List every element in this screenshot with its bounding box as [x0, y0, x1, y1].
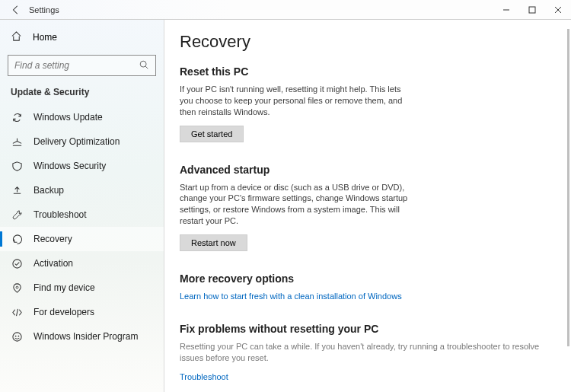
sidebar-item-label: For developers	[33, 307, 94, 317]
svg-point-6	[12, 259, 21, 267]
svg-point-9	[14, 335, 16, 336]
delivery-icon	[11, 135, 23, 148]
search-input[interactable]	[8, 55, 156, 76]
section-advanced-startup: Advanced startup Start up from a device …	[180, 164, 556, 251]
window-title: Settings	[29, 5, 59, 14]
sidebar-item-windows-insider[interactable]: Windows Insider Program	[0, 324, 164, 349]
sidebar-item-label: Windows Insider Program	[33, 331, 138, 342]
sidebar-item-label: Delivery Optimization	[33, 136, 120, 147]
reset-pc-title: Reset this PC	[180, 65, 556, 78]
sidebar-item-label: Windows Security	[33, 161, 106, 171]
section-reset-pc: Reset this PC If your PC isn't running w…	[180, 65, 556, 142]
sidebar-item-label: Recovery	[33, 234, 72, 244]
svg-rect-1	[529, 7, 535, 13]
backup-icon	[11, 184, 23, 196]
minimize-icon	[502, 6, 510, 14]
close-icon	[554, 6, 562, 14]
search-field[interactable]	[14, 60, 139, 71]
section-more-options: More recovery options Learn how to start…	[180, 272, 556, 301]
reset-pc-desc: If your PC isn't running well, resetting…	[180, 84, 412, 118]
sidebar-item-label: Windows Update	[33, 112, 103, 123]
advanced-startup-desc: Start up from a device or disc (such as …	[180, 182, 412, 227]
sidebar-item-windows-security[interactable]: Windows Security	[0, 154, 164, 178]
restart-now-button[interactable]: Restart now	[180, 234, 247, 251]
scrollbar[interactable]	[567, 29, 569, 346]
svg-line-5	[145, 66, 148, 69]
sidebar-item-recovery[interactable]: Recovery	[0, 227, 164, 251]
recovery-icon	[11, 233, 23, 245]
shield-icon	[11, 160, 23, 172]
home-label: Home	[33, 32, 57, 43]
arrow-left-icon	[11, 5, 21, 15]
sidebar-item-for-developers[interactable]: For developers	[0, 300, 164, 324]
maximize-button[interactable]	[519, 0, 545, 20]
advanced-startup-title: Advanced startup	[180, 164, 556, 176]
developers-icon	[11, 306, 23, 318]
section-fix-problems: Fix problems without resetting your PC R…	[180, 323, 556, 382]
sidebar-item-label: Backup	[33, 185, 64, 196]
close-button[interactable]	[545, 0, 571, 20]
wrench-icon	[11, 209, 23, 221]
svg-point-7	[16, 286, 18, 288]
fix-problems-title: Fix problems without resetting your PC	[180, 323, 556, 335]
sidebar-item-windows-update[interactable]: Windows Update	[0, 105, 164, 129]
back-button[interactable]	[11, 5, 21, 15]
sidebar-item-troubleshoot[interactable]: Troubleshoot	[0, 202, 164, 227]
sidebar: Home Update & Security Windows Update De…	[0, 20, 164, 392]
insider-icon	[11, 330, 23, 343]
home-button[interactable]: Home	[0, 24, 164, 50]
get-started-button[interactable]: Get started	[180, 126, 244, 142]
troubleshoot-link[interactable]: Troubleshoot	[180, 372, 228, 381]
fresh-install-link[interactable]: Learn how to start fresh with a clean in…	[180, 292, 402, 301]
content-area: Recovery Reset this PC If your PC isn't …	[164, 20, 571, 392]
page-title: Recovery	[180, 32, 556, 52]
svg-point-8	[12, 332, 21, 340]
section-header: Update & Security	[0, 87, 164, 105]
location-icon	[11, 282, 23, 294]
fix-problems-desc: Resetting your PC can take a while. If y…	[180, 341, 556, 364]
search-icon	[139, 59, 149, 72]
titlebar: Settings	[0, 0, 571, 20]
sidebar-item-label: Find my device	[33, 282, 95, 293]
sidebar-item-label: Activation	[33, 258, 73, 269]
svg-point-4	[140, 61, 146, 67]
sidebar-item-find-my-device[interactable]: Find my device	[0, 276, 164, 300]
svg-point-10	[18, 335, 19, 336]
sidebar-item-backup[interactable]: Backup	[0, 178, 164, 202]
sidebar-item-activation[interactable]: Activation	[0, 251, 164, 276]
sidebar-item-delivery-optimization[interactable]: Delivery Optimization	[0, 129, 164, 154]
minimize-button[interactable]	[493, 0, 519, 20]
sidebar-item-label: Troubleshoot	[33, 209, 87, 220]
home-icon	[11, 30, 22, 44]
maximize-icon	[528, 6, 536, 14]
more-options-title: More recovery options	[180, 272, 556, 285]
sync-icon	[11, 111, 23, 123]
nav-list: Windows Update Delivery Optimization Win…	[0, 105, 164, 349]
check-circle-icon	[11, 257, 23, 269]
